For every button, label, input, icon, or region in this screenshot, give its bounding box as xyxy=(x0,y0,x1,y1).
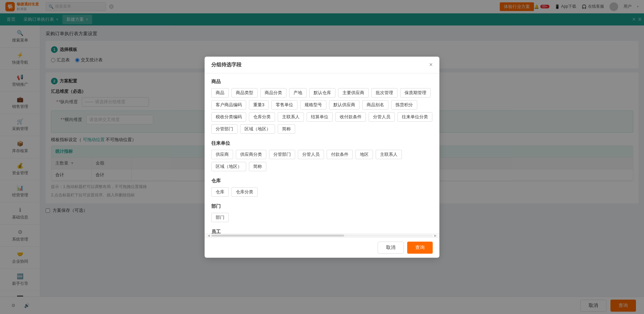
field-selection-modal: 分组待选字段 × 商品 商品 商品类型 商品分类 产地 默认仓库 主要供应商 批… xyxy=(205,57,439,258)
tag-warehouse-category[interactable]: 仓库分类 xyxy=(249,112,275,122)
tag-pick-points[interactable]: 拣货积分 xyxy=(391,100,417,110)
tag-partner-short[interactable]: 简称 xyxy=(249,162,266,171)
field-group-department: 部门 部门 xyxy=(211,203,433,222)
tag-partner-category[interactable]: 往来单位分类 xyxy=(397,112,432,122)
tag-warehouse[interactable]: 仓库 xyxy=(211,187,229,197)
tag-expiry[interactable]: 保质期管理 xyxy=(400,88,431,98)
tag-payment-terms[interactable]: 收付款条件 xyxy=(335,112,366,122)
field-tags-partner: 供应商 供应商分类 分管部门 分管人员 付款条件 地区 主联系人 区域（地区） … xyxy=(211,150,433,171)
field-tags-dept: 部门 xyxy=(211,213,433,222)
tag-settlement-unit[interactable]: 结算单位 xyxy=(307,112,333,122)
tag-goods-alias[interactable]: 商品别名 xyxy=(362,100,388,110)
modal-confirm-btn[interactable]: 查询 xyxy=(407,242,433,254)
tag-partner-region[interactable]: 区域（地区） xyxy=(211,162,246,171)
field-group-warehouse: 仓库 仓库 仓库分类 xyxy=(211,178,433,197)
modal-header: 分组待选字段 × xyxy=(205,57,439,73)
scroll-right-icon[interactable]: ▸ xyxy=(433,234,438,237)
tag-area[interactable]: 地区 xyxy=(356,150,373,159)
modal-close-btn[interactable]: × xyxy=(429,61,433,68)
modal-cancel-btn[interactable]: 取消 xyxy=(378,242,404,254)
tag-default-supplier[interactable]: 默认供应商 xyxy=(329,100,360,110)
tag-weight[interactable]: 重量3 xyxy=(249,100,269,110)
tag-goods-type[interactable]: 商品类型 xyxy=(231,88,258,98)
tag-short-name[interactable]: 简称 xyxy=(278,124,295,134)
tag-goods-category[interactable]: 商品分类 xyxy=(260,88,286,98)
tag-spec[interactable]: 规格型号 xyxy=(300,100,326,110)
field-tags-warehouse: 仓库 仓库分类 xyxy=(211,187,433,197)
modal-footer: 取消 查询 xyxy=(205,237,439,258)
tag-batch[interactable]: 批次管理 xyxy=(371,88,397,98)
tag-main-supplier[interactable]: 主要供应商 xyxy=(338,88,369,98)
tag-goods[interactable]: 商品 xyxy=(211,88,229,98)
tag-retail-unit[interactable]: 零售单位 xyxy=(271,100,298,110)
tag-dept[interactable]: 分管部门 xyxy=(211,124,237,134)
field-group-employee: 员工 业务员 xyxy=(211,229,433,234)
group-title-warehouse: 仓库 xyxy=(211,178,433,184)
group-title-partner: 往来单位 xyxy=(211,140,433,146)
tag-default-warehouse[interactable]: 默认仓库 xyxy=(309,88,335,98)
modal-title: 分组待选字段 xyxy=(211,62,241,68)
field-tags-goods: 商品 商品类型 商品分类 产地 默认仓库 主要供应商 批次管理 保质期管理 客户… xyxy=(211,88,433,134)
tag-department[interactable]: 部门 xyxy=(211,213,229,222)
tag-supervisor[interactable]: 分管人员 xyxy=(369,112,395,122)
tag-partner-dept[interactable]: 分管部门 xyxy=(269,150,295,159)
modal-hscrollbar[interactable]: ◂ ▸ xyxy=(205,234,439,237)
field-group-goods: 商品 商品 商品类型 商品分类 产地 默认仓库 主要供应商 批次管理 保质期管理… xyxy=(211,79,433,134)
tag-supplier[interactable]: 供应商 xyxy=(211,150,233,159)
tag-main-contact[interactable]: 主联系人 xyxy=(278,112,304,122)
tag-supplier-category[interactable]: 供应商分类 xyxy=(236,150,266,159)
tag-payment-cond[interactable]: 付款条件 xyxy=(327,150,353,159)
tag-region[interactable]: 区域（地区） xyxy=(240,124,275,134)
group-title-employee: 员工 xyxy=(211,229,433,234)
tag-origin[interactable]: 产地 xyxy=(289,88,307,98)
tag-partner-supervisor[interactable]: 分管人员 xyxy=(298,150,324,159)
tag-partner-contact[interactable]: 主联系人 xyxy=(376,150,402,159)
scrollbar-track xyxy=(211,235,433,237)
tag-warehouse-cat[interactable]: 仓库分类 xyxy=(231,187,258,197)
group-title-goods: 商品 xyxy=(211,79,433,85)
scrollbar-thumb[interactable] xyxy=(211,235,344,237)
group-title-dept: 部门 xyxy=(211,203,433,209)
modal-body: 商品 商品 商品类型 商品分类 产地 默认仓库 主要供应商 批次管理 保质期管理… xyxy=(205,73,439,234)
field-group-partner: 往来单位 供应商 供应商分类 分管部门 分管人员 付款条件 地区 主联系人 区域… xyxy=(211,140,433,171)
scroll-left-icon[interactable]: ◂ xyxy=(206,234,211,237)
modal-overlay: 分组待选字段 × 商品 商品 商品类型 商品分类 产地 默认仓库 主要供应商 批… xyxy=(0,0,644,314)
tag-customer-code[interactable]: 客户商品编码 xyxy=(211,100,246,110)
tag-tax-code[interactable]: 税收分类编码 xyxy=(211,112,246,122)
